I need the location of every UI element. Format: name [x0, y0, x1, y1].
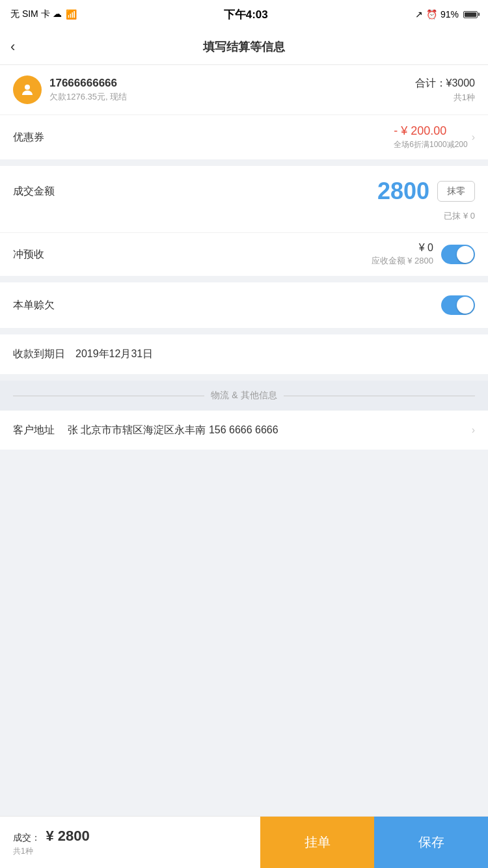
divider-text: 物流 & 其他信息 — [211, 390, 277, 401]
address-value: 张 北京市市辖区海淀区永丰南 156 6666 6666 — [68, 422, 472, 438]
prepay-right: ¥ 0 应收金额 ¥ 2800 — [372, 242, 475, 267]
round-button[interactable]: 抹零 — [437, 181, 475, 202]
alarm-icon: ⏰ — [426, 9, 437, 20]
customer-card: 17666666666 欠款1276.35元, 现结 合计：¥3000 共1种 … — [0, 65, 488, 159]
prepay-receivable: 应收金额 ¥ 2800 — [372, 255, 433, 267]
wifi-icon: 📶 — [66, 9, 77, 20]
arrears-toggle[interactable] — [441, 295, 475, 315]
gray-area — [0, 450, 488, 554]
divider-line-left — [13, 396, 204, 396]
coupon-desc: 全场6折满1000减200 — [394, 139, 467, 150]
content-area: 17666666666 欠款1276.35元, 现结 合计：¥3000 共1种 … — [0, 65, 488, 554]
divider-section: 物流 & 其他信息 — [0, 381, 488, 411]
bottom-deal-row: 成交： ¥ 2800 — [13, 828, 247, 845]
status-time: 下午4:03 — [224, 7, 268, 22]
customer-phone: 17666666666 — [49, 77, 127, 90]
due-label: 收款到期日 — [13, 347, 65, 361]
divider-line-right — [284, 396, 475, 396]
status-bar: 无 SIM 卡 ☁ 📶 下午4:03 ↗ ⏰ 91% — [0, 0, 488, 29]
customer-info: 17666666666 欠款1276.35元, 现结 — [49, 77, 127, 103]
due-row: 收款到期日 2019年12月31日 — [0, 334, 488, 374]
coupon-row[interactable]: 优惠券 - ¥ 200.00 全场6折满1000减200 › — [0, 115, 488, 159]
bottom-summary: 成交： ¥ 2800 共1种 — [0, 828, 260, 857]
arrears-section: 本单赊欠 — [0, 282, 488, 328]
coupon-discount: - ¥ 200.00 — [394, 124, 467, 138]
svg-point-0 — [25, 85, 30, 90]
amount-label: 成交金额 — [13, 185, 55, 198]
prepay-row: 冲预收 ¥ 0 应收金额 ¥ 2800 — [0, 232, 488, 276]
bottom-deal-amount: ¥ 2800 — [46, 828, 89, 844]
address-section: 客户地址 张 北京市市辖区海淀区永丰南 156 6666 6666 › — [0, 411, 488, 450]
coupon-chevron-icon: › — [472, 131, 475, 143]
header: ‹ 填写结算等信息 — [0, 29, 488, 65]
coupon-label: 优惠券 — [13, 131, 44, 144]
avatar — [13, 75, 42, 104]
amount-row: 成交金额 2800 抹零 — [0, 166, 488, 210]
prepay-amount-wrap: ¥ 0 应收金额 ¥ 2800 — [372, 242, 433, 267]
customer-right: 合计：¥3000 共1种 — [415, 77, 476, 103]
prepay-label: 冲预收 — [13, 248, 44, 262]
customer-debt: 欠款1276.35元, 现结 — [49, 91, 127, 103]
coupon-right: - ¥ 200.00 全场6折满1000减200 › — [394, 124, 475, 150]
sim-label: 无 SIM 卡 ☁ — [10, 8, 62, 20]
amount-value: 2800 — [377, 178, 429, 205]
address-row[interactable]: 客户地址 张 北京市市辖区海淀区永丰南 156 6666 6666 › — [0, 411, 488, 450]
status-left: 无 SIM 卡 ☁ 📶 — [10, 8, 77, 20]
save-button[interactable]: 保存 — [374, 817, 488, 869]
customer-row: 17666666666 欠款1276.35元, 现结 合计：¥3000 共1种 — [0, 65, 488, 115]
battery-percent: 91% — [441, 9, 459, 20]
address-chevron-icon: › — [472, 424, 475, 436]
location-icon: ↗ — [415, 9, 423, 20]
total-count: 共1种 — [415, 92, 476, 103]
arrears-row: 本单赊欠 — [0, 282, 488, 328]
total-amount: 合计：¥3000 — [415, 77, 476, 90]
amount-section: 成交金额 2800 抹零 已抹 ¥ 0 冲预收 ¥ 0 应收金额 ¥ 2800 — [0, 166, 488, 276]
amount-right: 2800 抹零 — [377, 178, 475, 205]
arrears-toggle-thumb — [457, 297, 474, 314]
due-section: 收款到期日 2019年12月31日 — [0, 334, 488, 374]
divider-label-row: 物流 & 其他信息 — [0, 381, 488, 411]
due-date: 2019年12月31日 — [75, 347, 153, 361]
pending-button[interactable]: 挂单 — [260, 817, 374, 869]
toggle-thumb — [457, 246, 474, 263]
status-right: ↗ ⏰ 91% — [415, 9, 478, 20]
address-label: 客户地址 — [13, 424, 55, 437]
battery-icon — [463, 11, 478, 18]
back-button[interactable]: ‹ — [10, 36, 20, 58]
bottom-count: 共1种 — [13, 846, 247, 857]
prepay-amount: ¥ 0 — [372, 242, 433, 254]
bottom-deal-label: 成交： — [13, 832, 40, 843]
bottom-bar: 成交： ¥ 2800 共1种 挂单 保存 — [0, 816, 488, 868]
page-title: 填写结算等信息 — [203, 39, 285, 55]
prepay-toggle[interactable] — [441, 245, 475, 264]
customer-left: 17666666666 欠款1276.35元, 现结 — [13, 75, 127, 104]
arrears-label: 本单赊欠 — [13, 299, 55, 312]
amount-sub: 已抹 ¥ 0 — [0, 210, 488, 232]
